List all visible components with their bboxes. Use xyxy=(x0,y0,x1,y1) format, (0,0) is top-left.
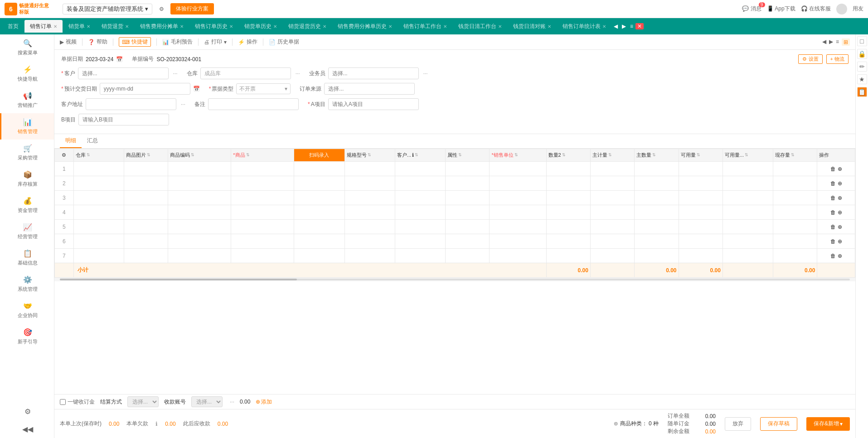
debit-info-icon[interactable]: ℹ xyxy=(155,421,158,427)
td-main-qty[interactable] xyxy=(635,191,679,205)
td-available2[interactable] xyxy=(723,205,773,220)
th-available[interactable]: 可用量⇅ xyxy=(679,149,723,162)
settings-icon[interactable]: ⚙ xyxy=(156,4,167,14)
copy-icon[interactable]: ⊕ xyxy=(838,224,842,230)
horizontal-scrollbar[interactable] xyxy=(54,278,855,281)
invoice-select[interactable]: 不开票 ▾ xyxy=(236,83,291,94)
toolbar-nav-prev[interactable]: ◀ xyxy=(822,39,826,46)
th-product-img[interactable]: 商品图片⇅ xyxy=(124,149,168,162)
td-cust-code[interactable] xyxy=(395,220,445,234)
one-click-checkbox[interactable]: 一键收订金 xyxy=(60,398,95,406)
td-attr[interactable] xyxy=(446,191,490,205)
tab-summary[interactable]: 汇总 xyxy=(82,134,103,148)
td-scan[interactable] xyxy=(294,176,344,191)
tab-sales-order[interactable]: 销售订单 ✕ xyxy=(24,20,63,33)
close-icon[interactable]: ✕ xyxy=(53,24,57,29)
td-scan[interactable] xyxy=(294,162,344,176)
close-icon[interactable]: ✕ xyxy=(180,24,184,29)
td-available2[interactable] xyxy=(723,234,773,249)
td-available2[interactable] xyxy=(723,162,773,176)
td-code[interactable] xyxy=(168,220,231,234)
td-available[interactable] xyxy=(679,162,723,176)
tab-expense-history[interactable]: 销售费用分摊单历史 ✕ xyxy=(332,20,398,33)
sidebar-item-purchase[interactable]: 🛒 采购管理 xyxy=(0,140,54,166)
td-spec[interactable] xyxy=(344,191,395,205)
customer-input[interactable] xyxy=(78,67,169,79)
toolbar-operations[interactable]: ⚡ 操作 xyxy=(238,38,257,46)
td-available2[interactable] xyxy=(723,176,773,191)
td-product[interactable] xyxy=(231,249,294,263)
td-spec[interactable] xyxy=(344,249,395,263)
tab-daily-reconcile[interactable]: 钱货日清对账 ✕ xyxy=(508,20,557,33)
th-spec[interactable]: 规格型号⇅ xyxy=(344,149,395,162)
td-warehouse[interactable] xyxy=(73,220,124,234)
td-qty2[interactable] xyxy=(546,176,590,191)
a-project-input[interactable] xyxy=(328,98,419,110)
td-unit[interactable] xyxy=(490,220,546,234)
toolbar-history[interactable]: 📄 历史单据 xyxy=(269,38,299,46)
tab-home[interactable]: 首页 xyxy=(2,20,24,33)
staff-more[interactable]: ··· xyxy=(423,70,428,77)
sidebar-item-collab[interactable]: 🤝 企业协同 xyxy=(0,297,54,323)
td-attr[interactable] xyxy=(446,205,490,220)
toolbar-view-list[interactable]: ≡ xyxy=(836,39,839,46)
th-main-unit[interactable]: 主计量⇅ xyxy=(590,149,634,162)
scrollbar-thumb[interactable] xyxy=(60,279,297,280)
right-btn-2[interactable]: 🔒 xyxy=(857,49,867,59)
sidebar-item-settings[interactable]: ⚙ xyxy=(0,403,54,420)
td-main-unit[interactable] xyxy=(590,205,634,220)
account-select[interactable]: 选择... xyxy=(191,396,223,407)
td-main-unit[interactable] xyxy=(590,220,634,234)
th-scan[interactable]: 扫码录入 xyxy=(294,149,344,162)
delivery-calendar-icon[interactable]: 📅 xyxy=(193,86,200,92)
delete-icon[interactable]: 🗑 xyxy=(830,224,836,230)
td-scan[interactable] xyxy=(294,249,344,263)
td-spec[interactable] xyxy=(344,205,395,220)
td-product[interactable] xyxy=(231,234,294,249)
th-main-qty[interactable]: 主数量⇅ xyxy=(635,149,679,162)
td-main-unit[interactable] xyxy=(590,162,634,176)
td-stock[interactable] xyxy=(773,191,817,205)
delete-icon[interactable]: 🗑 xyxy=(830,209,836,216)
delete-icon[interactable]: 🗑 xyxy=(830,180,836,187)
td-stock[interactable] xyxy=(773,162,817,176)
td-cust-code[interactable] xyxy=(395,249,445,263)
sidebar-item-basic[interactable]: 📋 基础信息 xyxy=(0,245,54,271)
td-available2[interactable] xyxy=(723,191,773,205)
customer-more[interactable]: ··· xyxy=(173,70,178,77)
right-btn-1[interactable]: □ xyxy=(857,36,867,46)
td-warehouse[interactable] xyxy=(73,234,124,249)
tabs-next[interactable]: ▶ xyxy=(620,23,628,29)
account-more[interactable]: ··· xyxy=(230,399,234,405)
delete-icon[interactable]: 🗑 xyxy=(830,166,836,172)
right-btn-3[interactable]: ✏ xyxy=(857,62,867,72)
save-new-button[interactable]: 保存&新增 ▾ xyxy=(806,417,850,431)
th-qty2[interactable]: 数量2⇅ xyxy=(546,149,590,162)
toolbar-nav-next[interactable]: ▶ xyxy=(829,39,833,46)
td-main-qty[interactable] xyxy=(635,176,679,191)
td-main-qty[interactable] xyxy=(635,234,679,249)
add-button[interactable]: + 物流 xyxy=(826,54,849,64)
toolbar-print[interactable]: 🖨 打印 ▾ xyxy=(204,38,227,46)
online-service[interactable]: 🎧 在线客服 xyxy=(801,5,831,13)
close-icon[interactable]: ✕ xyxy=(602,24,606,29)
sidebar-item-operations[interactable]: 📈 经营管理 xyxy=(0,218,54,245)
td-available2[interactable] xyxy=(723,249,773,263)
app-download[interactable]: 📱 App下载 xyxy=(767,5,795,13)
copy-icon[interactable]: ⊕ xyxy=(838,195,842,201)
td-warehouse[interactable] xyxy=(73,176,124,191)
toolbar-profit[interactable]: 📊 毛利预告 xyxy=(162,38,193,46)
td-qty2[interactable] xyxy=(546,220,590,234)
td-img[interactable] xyxy=(124,191,168,205)
td-img[interactable] xyxy=(124,220,168,234)
b-project-input[interactable] xyxy=(78,114,169,125)
copy-icon[interactable]: ⊕ xyxy=(838,253,842,259)
td-stock[interactable] xyxy=(773,249,817,263)
close-icon[interactable]: ✕ xyxy=(229,24,233,29)
set-button[interactable]: ⚙ 设置 xyxy=(798,54,822,64)
td-qty2[interactable] xyxy=(546,205,590,220)
td-cust-code[interactable] xyxy=(395,234,445,249)
toolbar-shortcut[interactable]: ⌨ 快捷键 xyxy=(119,37,151,47)
tabs-prev[interactable]: ◀ xyxy=(612,23,620,29)
td-scan[interactable] xyxy=(294,220,344,234)
